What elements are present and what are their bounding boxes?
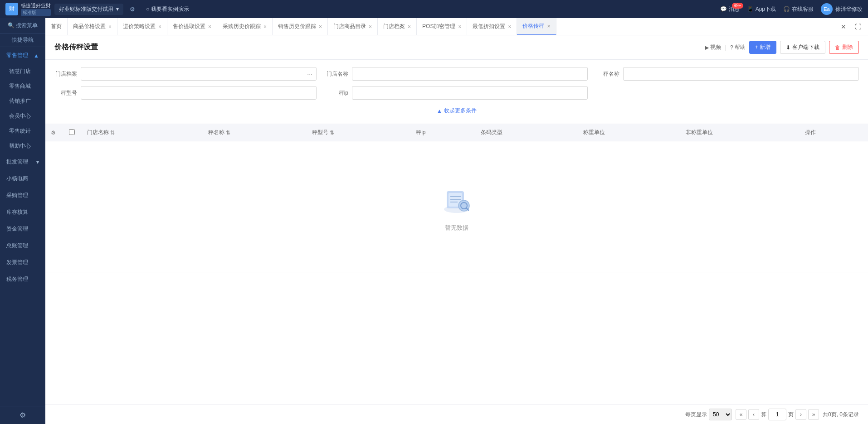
tab-price-scale[interactable]: 价格传秤 × xyxy=(517,18,556,35)
empty-state: 暂无数据 xyxy=(51,146,863,268)
tab-pos-encryption[interactable]: POS加密管理 × xyxy=(417,18,467,35)
sidebar-section-retail: 零售管理 ▲ 智慧门店 零售商城 营销推广 会员中心 零售统计 xyxy=(0,47,45,154)
total-records-label: 共0页, 0条记录 xyxy=(823,411,859,419)
th-scale-name: 秤名称 ⇅ xyxy=(203,124,307,141)
logo-icon: 财 xyxy=(5,3,18,15)
tab-close-pos-encryption[interactable]: × xyxy=(458,24,461,30)
page-size-select: 每页显示 50 10 20 100 xyxy=(685,409,732,420)
user-menu[interactable]: Ea 徐泽华修改 xyxy=(821,3,863,15)
tab-min-discount[interactable]: 最低折扣设置 × xyxy=(467,18,517,35)
table-header-row: ⚙ 门店名称 ⇅ xyxy=(45,124,868,141)
scale-model-input[interactable] xyxy=(81,86,317,100)
add-button[interactable]: + 新增 xyxy=(749,41,776,54)
ellipsis-icon[interactable]: ··· xyxy=(307,70,312,77)
page-title: 价格传秤设置 xyxy=(54,43,98,52)
sidebar: 🔍 搜索菜单 快捷导航 零售管理 ▲ 智慧门店 零售商城 营销推广 xyxy=(0,18,45,424)
sidebar-item-retail-mall[interactable]: 零售商城 xyxy=(0,79,45,94)
topbar-settings-button[interactable]: ⚙ xyxy=(126,3,139,15)
tab-price-settings[interactable]: 商品价格设置 × xyxy=(68,18,117,35)
collapse-button[interactable]: ▲ 收起更多条件 xyxy=(437,105,477,116)
help-link[interactable]: ? 帮助 xyxy=(730,43,746,51)
chevron-down-icon: ▾ xyxy=(116,6,119,12)
sidebar-item-wholesale[interactable]: 批发管理 ▾ xyxy=(0,154,45,170)
store-name-input[interactable] xyxy=(352,67,588,81)
settings-icon[interactable]: ⚙ xyxy=(51,130,56,136)
filter-store-file-label: 门店档案 xyxy=(54,70,77,78)
first-page-button[interactable]: « xyxy=(736,409,746,420)
page-header-actions: ▶ 视频 | ? 帮助 + 新增 ⬇ 客户端下载 xyxy=(705,41,859,54)
service-icon: 🎧 xyxy=(783,6,790,12)
th-scale-ip: 秤ip xyxy=(410,124,475,141)
demo-icon: ○ xyxy=(146,6,149,12)
sidebar-item-inventory[interactable]: 库存核算 xyxy=(0,204,45,221)
download-client-button[interactable]: ⬇ 客户端下载 xyxy=(780,41,825,54)
tab-store-catalog[interactable]: 门店商品目录 × xyxy=(328,18,378,35)
tab-expand-button[interactable]: ⛶ xyxy=(852,20,864,33)
sort-icon: ⇅ xyxy=(226,130,230,136)
tab-close-selling-price[interactable]: × xyxy=(208,24,211,30)
sidebar-gear-icon[interactable]: ⚙ xyxy=(20,411,26,419)
tab-purchase-strategy[interactable]: 进价策略设置 × xyxy=(117,18,167,35)
page-nav: « ‹ 算 页 › » xyxy=(736,409,819,420)
messages-button[interactable]: 💬 消息 99+ xyxy=(720,5,740,13)
demo-button[interactable]: ○ 我要看实例演示 xyxy=(146,5,189,13)
tab-close-purchase-strategy[interactable]: × xyxy=(158,24,161,30)
tab-store-file[interactable]: 门店档案 × xyxy=(378,18,417,35)
tab-close-purchase-history[interactable]: × xyxy=(263,24,267,30)
sidebar-item-general-ledger[interactable]: 总账管理 xyxy=(0,237,45,254)
sidebar-item-member-center[interactable]: 会员中心 xyxy=(0,109,45,124)
sidebar-item-xiaochang-ecom[interactable]: 小畅电商 xyxy=(0,170,45,187)
sidebar-search[interactable]: 🔍 搜索菜单 xyxy=(0,18,45,34)
tab-end-actions: ✕ ⛶ xyxy=(834,20,868,33)
page-size-dropdown[interactable]: 50 10 20 100 xyxy=(709,409,732,420)
tab-close-button[interactable]: ✕ xyxy=(837,20,850,33)
sidebar-item-smart-store[interactable]: 智慧门店 xyxy=(0,64,45,79)
app-download-button[interactable]: 📱 App下载 xyxy=(747,5,776,13)
video-link[interactable]: ▶ 视频 xyxy=(705,43,721,51)
store-file-input-wrapper[interactable]: ··· xyxy=(81,67,317,81)
tab-purchase-history[interactable]: 采购历史价跟踪 × xyxy=(217,18,273,35)
sidebar-item-invoice-management[interactable]: 发票管理 xyxy=(0,254,45,271)
sidebar-item-retail-stats[interactable]: 零售统计 xyxy=(0,124,45,139)
tab-close-price-scale[interactable]: × xyxy=(547,23,550,29)
filter-store-name: 门店名称 xyxy=(326,67,588,81)
sidebar-item-fund-management[interactable]: 资金管理 xyxy=(0,221,45,237)
tab-close-min-discount[interactable]: × xyxy=(508,24,511,30)
delete-button[interactable]: 🗑 删除 xyxy=(829,41,859,54)
tab-close-sales-history[interactable]: × xyxy=(319,24,322,30)
version-tab-selector[interactable]: 好业财标准版交付试用 ▾ xyxy=(54,4,123,15)
tab-close-price-settings[interactable]: × xyxy=(108,24,112,30)
scale-ip-input[interactable] xyxy=(352,86,588,100)
select-all-checkbox[interactable] xyxy=(69,129,75,135)
sidebar-item-help-center[interactable]: 帮助中心 xyxy=(0,139,45,154)
th-sort-store-name[interactable]: 门店名称 ⇅ xyxy=(87,129,197,136)
th-sort-scale-name[interactable]: 秤名称 ⇅ xyxy=(208,129,301,136)
last-page-button[interactable]: » xyxy=(808,409,819,420)
sidebar-item-marketing[interactable]: 营销推广 xyxy=(0,94,45,109)
filter-store-file: 门店档案 ··· xyxy=(54,67,317,81)
tab-selling-price[interactable]: 售价提取设置 × xyxy=(167,18,217,35)
sidebar-item-retail-management[interactable]: 零售管理 ▲ xyxy=(0,47,45,64)
collapse-row: ▲ 收起更多条件 xyxy=(54,105,859,116)
th-checkbox[interactable] xyxy=(63,124,82,141)
tab-sales-history[interactable]: 销售历史价跟踪 × xyxy=(273,18,328,35)
prev-page-button[interactable]: ‹ xyxy=(748,409,759,420)
th-settings[interactable]: ⚙ xyxy=(45,124,63,141)
sidebar-quick-nav[interactable]: 快捷导航 xyxy=(0,34,45,47)
sidebar-item-purchase-management[interactable]: 采购管理 xyxy=(0,187,45,204)
tab-close-store-file[interactable]: × xyxy=(408,24,411,30)
empty-state-row: 暂无数据 xyxy=(45,141,868,273)
scale-name-input[interactable] xyxy=(623,67,859,81)
message-icon: 💬 xyxy=(720,6,727,12)
page-number-input[interactable] xyxy=(768,409,786,420)
tab-home[interactable]: 首页 xyxy=(45,18,68,35)
th-sort-scale-model[interactable]: 秤型号 ⇅ xyxy=(312,129,405,136)
next-page-button[interactable]: › xyxy=(795,409,806,420)
tab-close-store-catalog[interactable]: × xyxy=(369,24,372,30)
message-badge: 99+ xyxy=(732,3,743,9)
filter-row-2: 秤型号 秤ip xyxy=(54,86,859,100)
sidebar-item-tax-management[interactable]: 税务管理 xyxy=(0,271,45,288)
online-service-button[interactable]: 🎧 在线客服 xyxy=(783,5,814,13)
download-icon: 📱 xyxy=(747,6,754,12)
store-file-input[interactable] xyxy=(85,71,305,77)
